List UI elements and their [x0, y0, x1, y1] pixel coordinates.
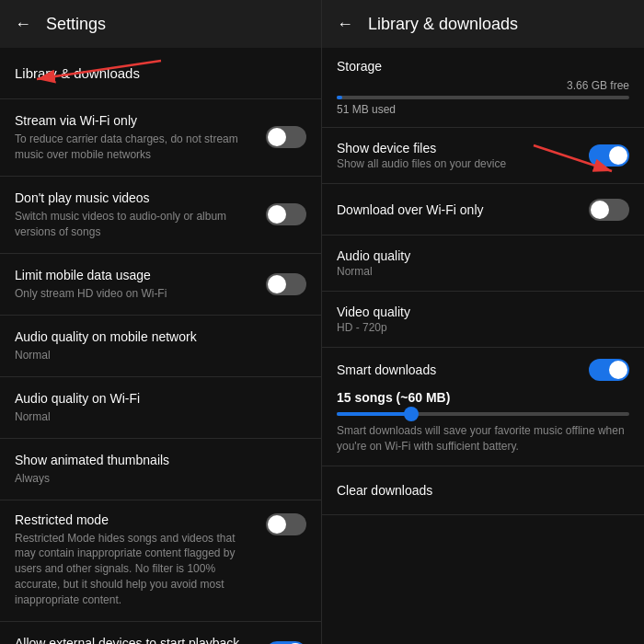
- clear-downloads-label: Clear downloads: [337, 483, 629, 498]
- storage-used-text: 51 MB used: [337, 103, 629, 116]
- restricted-mode-toggle[interactable]: [266, 513, 306, 535]
- sidebar-item-dont-play-videos[interactable]: Don't play music videos Switch music vid…: [0, 177, 321, 254]
- right-item-show-device-files[interactable]: Show device files Show all audio files o…: [322, 128, 644, 184]
- dont-play-videos-subtitle: Switch music videos to audio-only or alb…: [15, 209, 259, 240]
- audio-quality-wifi-title: Audio quality on Wi-Fi: [15, 390, 299, 407]
- right-panel-title: Library & downloads: [368, 15, 518, 34]
- left-panel: ← Settings Library & downloads Stream vi…: [0, 0, 322, 644]
- smart-downloads-description: Smart downloads will save your favorite …: [337, 423, 629, 454]
- external-devices-title: Allow external devices to start playback: [15, 635, 259, 644]
- songs-count-label: 15 songs (~60 MB): [337, 390, 629, 405]
- audio-quality-title: Audio quality: [337, 248, 629, 263]
- restricted-mode-subtitle: Restricted Mode hides songs and videos t…: [15, 531, 259, 608]
- storage-label: Storage: [337, 59, 629, 74]
- animated-thumbnails-title: Show animated thumbnails: [15, 452, 299, 468]
- sidebar-item-stream-wifi[interactable]: Stream via Wi-Fi only To reduce carrier …: [0, 99, 321, 177]
- sidebar-item-animated-thumbnails[interactable]: Show animated thumbnails Always: [0, 439, 321, 500]
- right-back-button[interactable]: ←: [337, 15, 353, 34]
- stream-wifi-toggle[interactable]: [266, 126, 306, 148]
- storage-free-text: 3.66 GB free: [337, 79, 629, 92]
- audio-quality-subtitle: Normal: [337, 265, 629, 278]
- video-quality-subtitle: HD - 720p: [337, 321, 629, 334]
- show-device-files-title: Show device files: [337, 141, 589, 155]
- download-wifi-only-toggle[interactable]: [589, 199, 629, 221]
- smart-downloads-label: Smart downloads: [337, 362, 436, 377]
- limit-mobile-data-toggle[interactable]: [266, 273, 306, 295]
- sidebar-item-limit-mobile-data[interactable]: Limit mobile data usage Only stream HD v…: [0, 254, 321, 316]
- download-wifi-only-title: Download over Wi-Fi only: [337, 202, 589, 217]
- stream-wifi-toggle-knob: [268, 128, 286, 146]
- smart-downloads-toggle[interactable]: [589, 359, 629, 381]
- show-device-files-subtitle: Show all audio files on your device: [337, 157, 589, 170]
- restricted-mode-title: Restricted mode: [15, 512, 259, 528]
- left-panel-header: ← Settings: [0, 0, 321, 48]
- left-settings-list: Library & downloads Stream via Wi-Fi onl…: [0, 48, 321, 644]
- dont-play-videos-toggle[interactable]: [266, 203, 306, 225]
- video-quality-title: Video quality: [337, 305, 629, 319]
- audio-quality-mobile-subtitle: Normal: [15, 348, 299, 363]
- right-panel: ← Library & downloads Storage 3.66 GB fr…: [322, 0, 644, 644]
- audio-quality-mobile-title: Audio quality on mobile network: [15, 328, 299, 345]
- stream-wifi-subtitle: To reduce carrier data charges, do not s…: [15, 132, 259, 163]
- right-settings-list: Storage 3.66 GB free 51 MB used Show dev…: [322, 48, 644, 644]
- storage-bar-used: [337, 96, 342, 99]
- storage-section: Storage 3.66 GB free 51 MB used: [322, 48, 644, 128]
- right-item-download-wifi-only[interactable]: Download over Wi-Fi only: [322, 184, 644, 236]
- sidebar-item-audio-quality-mobile[interactable]: Audio quality on mobile network Normal: [0, 316, 321, 377]
- sidebar-item-external-devices[interactable]: Allow external devices to start playback…: [0, 622, 321, 644]
- clear-downloads-item[interactable]: Clear downloads: [322, 466, 644, 515]
- animated-thumbnails-subtitle: Always: [15, 471, 299, 487]
- right-item-audio-quality[interactable]: Audio quality Normal: [322, 236, 644, 292]
- limit-mobile-data-subtitle: Only stream HD video on Wi-Fi: [15, 286, 259, 302]
- audio-quality-wifi-subtitle: Normal: [15, 409, 299, 425]
- show-device-files-toggle[interactable]: [589, 144, 629, 167]
- sidebar-item-library-downloads[interactable]: Library & downloads: [0, 48, 321, 99]
- storage-bar: [337, 96, 629, 99]
- right-item-video-quality[interactable]: Video quality HD - 720p: [322, 292, 644, 348]
- limit-mobile-data-title: Limit mobile data usage: [15, 267, 259, 283]
- right-panel-header: ← Library & downloads: [322, 0, 644, 48]
- external-devices-toggle[interactable]: [266, 641, 306, 644]
- smart-downloads-section: Smart downloads 15 songs (~60 MB) Smart …: [322, 348, 644, 466]
- dont-play-videos-title: Don't play music videos: [15, 190, 259, 206]
- left-back-button[interactable]: ←: [15, 15, 31, 34]
- stream-wifi-title: Stream via Wi-Fi only: [15, 112, 259, 129]
- library-downloads-title: Library & downloads: [15, 64, 299, 83]
- left-panel-title: Settings: [46, 15, 106, 34]
- sidebar-item-audio-quality-wifi[interactable]: Audio quality on Wi-Fi Normal: [0, 377, 321, 439]
- smart-downloads-slider[interactable]: [337, 412, 629, 416]
- sidebar-item-restricted-mode[interactable]: Restricted mode Restricted Mode hides so…: [0, 500, 321, 622]
